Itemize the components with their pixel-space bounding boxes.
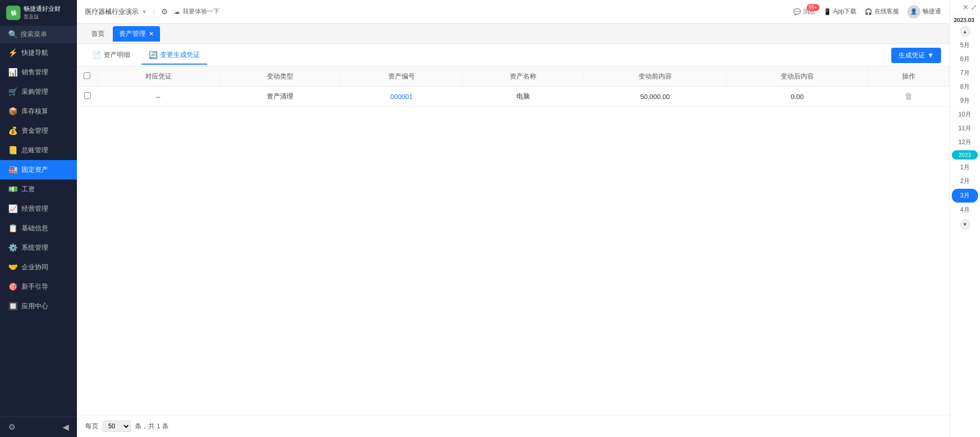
logo-icon: 畅 (6, 6, 21, 20)
sub-tab-change-voucher[interactable]: 🔄 变更生成凭证 (142, 46, 207, 65)
main-area: 医疗器械行业演示 ▼ | ⚙ ☁ 我要体验一下 💬 消息 99+ 📱 App下载… (77, 0, 949, 437)
sidebar-item-app-center[interactable]: 🔲 应用中心 (0, 296, 77, 316)
month-4[interactable]: 4月 (950, 203, 980, 217)
th-change-type: 变动类型 (219, 67, 341, 87)
month-12[interactable]: 12月 (950, 135, 980, 149)
row-checkbox-0[interactable] (84, 92, 91, 99)
messages-btn[interactable]: 💬 消息 99+ (793, 7, 815, 16)
row-before-change-0: 50,000.00 (584, 87, 726, 107)
month-10[interactable]: 10月 (950, 108, 980, 122)
sidebar-item-quick-nav[interactable]: ⚡ 快捷导航 (0, 43, 77, 63)
sidebar-logo: 畅 畅捷通好业财 普及版 (0, 0, 77, 26)
company-dropdown-icon: ▼ (142, 9, 147, 15)
right-panel-header: ✕ ⤢ (950, 0, 980, 15)
expand-panel-icon[interactable]: ⤢ (971, 3, 977, 11)
content-area: 📄 资产明细 🔄 变更生成凭证 生成凭证 ▼ 对应凭证 (77, 44, 949, 437)
month-8[interactable]: 8月 (950, 80, 980, 94)
panel-down-btn[interactable]: ▼ (960, 219, 970, 229)
close-panel-icon[interactable]: ✕ (963, 3, 969, 11)
collab-icon: 🤝 (8, 263, 17, 272)
sidebar-item-collab[interactable]: 🤝 企业协同 (0, 257, 77, 277)
experience-btn[interactable]: ☁ 我要体验一下 (174, 7, 219, 16)
sidebar: 畅 畅捷通好业财 普及版 🔍 搜索菜单 ⚡ 快捷导航 📊 销售管理 🛒 采购管理… (0, 0, 77, 437)
month-3-current[interactable]: 3月 (952, 189, 978, 203)
messages-badge: 99+ (807, 4, 819, 11)
app-center-icon: 🔲 (8, 302, 17, 311)
th-asset-code: 资产编号 (341, 67, 462, 87)
per-page-label: 每页 (85, 422, 98, 431)
tab-asset-mgmt[interactable]: 资产管理 ✕ (113, 26, 160, 42)
tab-home[interactable]: 首页 (85, 26, 111, 42)
data-table: 对应凭证 变动类型 资产编号 资产名称 变动前内容 变动后内容 操作 -- 资产… (77, 67, 949, 107)
customer-service-btn[interactable]: 🎧 在线客服 (865, 7, 899, 16)
row-change-type-0: 资产清理 (219, 87, 341, 107)
company-selector[interactable]: 医疗器械行业演示 ▼ (85, 7, 147, 16)
sidebar-item-fixed-assets[interactable]: 🏭 固定资产 (0, 160, 77, 180)
tab-close-icon[interactable]: ✕ (149, 30, 154, 37)
sidebar-item-management[interactable]: 📈 经营管理 (0, 199, 77, 218)
month-2[interactable]: 2月 (950, 174, 980, 188)
search-icon: 🔍 (8, 30, 17, 39)
row-asset-code-0: 000001 (341, 87, 462, 107)
right-panel: ✕ ⤢ 2023.03 ▲ 5月 6月 7月 8月 9月 10月 11月 12月… (949, 0, 980, 437)
sidebar-item-search[interactable]: 🔍 搜索菜单 (0, 26, 77, 43)
month-5[interactable]: 5月 (950, 38, 980, 52)
sidebar-item-inventory[interactable]: 📦 库存核算 (0, 102, 77, 121)
guide-icon: 🎯 (8, 282, 17, 291)
collapse-icon[interactable]: ◀ (63, 422, 69, 432)
messages-icon: 💬 (793, 8, 801, 15)
per-page-select[interactable]: 102050100 (103, 421, 131, 432)
settings-gear-icon[interactable]: ⚙ (161, 7, 168, 16)
sidebar-item-purchase[interactable]: 🛒 采购管理 (0, 82, 77, 102)
panel-up-btn[interactable]: ▲ (960, 26, 970, 36)
sidebar-item-ledger[interactable]: 📒 总账管理 (0, 141, 77, 160)
sidebar-scroll: 🔍 搜索菜单 ⚡ 快捷导航 📊 销售管理 🛒 采购管理 📦 库存核算 💰 资金管… (0, 26, 77, 416)
delete-row-0-btn[interactable]: 🗑 (905, 92, 913, 101)
topbar: 医疗器械行业演示 ▼ | ⚙ ☁ 我要体验一下 💬 消息 99+ 📱 App下载… (77, 0, 949, 24)
user-btn[interactable]: 👤 畅捷通 (907, 5, 941, 18)
pagination: 每页 102050100 条，共 1 条 (77, 415, 949, 437)
logo-sub: 普及版 (24, 13, 61, 21)
payroll-icon: 💵 (8, 185, 17, 194)
th-before-change: 变动前内容 (584, 67, 726, 87)
logo-title: 畅捷通好业财 (24, 5, 61, 13)
table-body: -- 资产清理 000001 电脑 50,000.00 0.00 🗑 (77, 87, 949, 107)
month-1[interactable]: 1月 (950, 161, 980, 174)
app-download-icon: 📱 (824, 8, 831, 15)
sidebar-item-finance[interactable]: 💰 资金管理 (0, 121, 77, 141)
nav-tabs: 首页 资产管理 ✕ (77, 24, 949, 44)
row-voucher-0: -- (97, 87, 219, 107)
sub-tab-asset-detail[interactable]: 📄 资产明细 (85, 46, 137, 65)
row-asset-name-0: 电脑 (463, 87, 584, 107)
ledger-icon: 📒 (8, 146, 17, 155)
fixed-assets-icon: 🏭 (8, 165, 17, 174)
sidebar-bottom: ⚙ ◀ (0, 416, 77, 437)
sidebar-item-payroll[interactable]: 💵 工资 (0, 180, 77, 199)
month-9[interactable]: 9月 (950, 94, 980, 108)
table-header-row: 对应凭证 变动类型 资产编号 资产名称 变动前内容 变动后内容 操作 (77, 67, 949, 87)
system-icon: ⚙️ (8, 243, 17, 252)
sidebar-item-sales[interactable]: 📊 销售管理 (0, 63, 77, 82)
month-11[interactable]: 11月 (950, 122, 980, 135)
month-7[interactable]: 7月 (950, 66, 980, 80)
month-6[interactable]: 6月 (950, 52, 980, 66)
management-icon: 📈 (8, 204, 17, 213)
customer-service-icon: 🎧 (865, 8, 872, 15)
th-checkbox (77, 67, 97, 87)
th-asset-name: 资产名称 (463, 67, 584, 87)
row-checkbox-cell (77, 87, 97, 107)
sidebar-item-system[interactable]: ⚙️ 系统管理 (0, 238, 77, 257)
settings-bottom-icon[interactable]: ⚙ (8, 422, 15, 432)
row-after-change-0: 0.00 (726, 87, 868, 107)
sidebar-item-basic-info[interactable]: 📋 基础信息 (0, 218, 77, 238)
sidebar-item-guide[interactable]: 🎯 新手引导 (0, 277, 77, 296)
th-after-change: 变动后内容 (726, 67, 868, 87)
topbar-separator: | (153, 8, 155, 15)
year-2023-badge[interactable]: 2023 (952, 150, 978, 160)
panel-year-label: 2023.03 (950, 15, 980, 24)
app-download-btn[interactable]: 📱 App下载 (824, 7, 856, 16)
panel-scroll: 2023.03 ▲ 5月 6月 7月 8月 9月 10月 11月 12月 202… (950, 15, 980, 437)
select-all-checkbox[interactable] (84, 72, 90, 79)
avatar: 👤 (907, 5, 921, 18)
generate-voucher-button[interactable]: 生成凭证 ▼ (891, 48, 941, 63)
